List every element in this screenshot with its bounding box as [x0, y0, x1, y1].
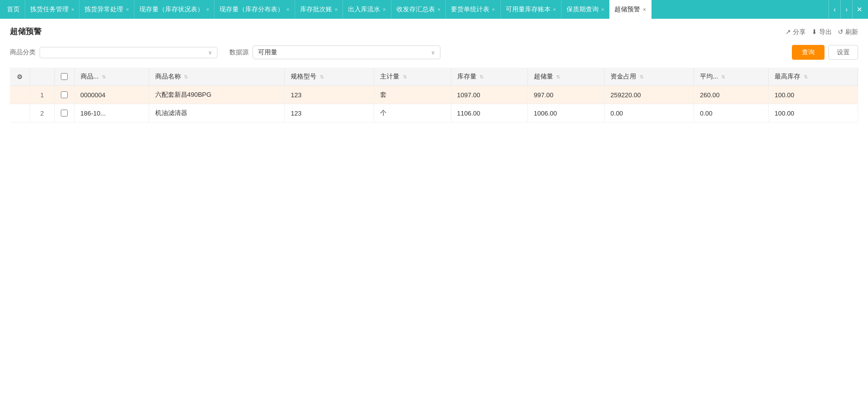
nav-tab-0[interactable]: 首页 [2, 0, 25, 19]
sort-icon-capital: ⇅ [640, 74, 644, 79]
nav-tab-3[interactable]: 现存量（库存状况表）× [134, 0, 215, 19]
nav-prev-button[interactable]: ‹ [828, 0, 840, 19]
nav-tab-4[interactable]: 现存量（库存分布表）× [215, 0, 295, 19]
col-gear[interactable]: ⚙ [10, 68, 30, 86]
category-dropdown-icon: ∨ [208, 49, 212, 56]
row-avg: 260.00 [694, 86, 768, 104]
row-index: 2 [30, 104, 54, 122]
nav-tab-label: 超储预警 [614, 5, 640, 14]
col-index [30, 68, 54, 86]
page-header: 超储预警 ↗ 分享 ⬇ 导出 ↺ 刷新 [10, 27, 858, 37]
col-checkbox[interactable] [54, 68, 74, 86]
nav-tab-close-icon[interactable]: × [383, 6, 386, 12]
row-checkbox[interactable] [61, 110, 68, 117]
col-spec[interactable]: 规格型号 ⇅ [285, 68, 374, 86]
settings-button[interactable]: 设置 [828, 45, 858, 60]
filter-buttons: 查询 设置 [792, 45, 858, 60]
nav-tab-9[interactable]: 可用量库存账本× [501, 0, 562, 19]
nav-tab-close-icon[interactable]: × [601, 6, 604, 12]
nav-tab-8[interactable]: 要货单统计表× [446, 0, 500, 19]
main-content: 超储预警 ↗ 分享 ⬇ 导出 ↺ 刷新 商品分类 ∨ 数据源 [0, 19, 868, 395]
nav-tab-close-icon[interactable]: × [286, 6, 289, 12]
row-overstock: 997.00 [527, 86, 604, 104]
sort-icon-product-name: ⇅ [184, 74, 188, 79]
category-label: 商品分类 [10, 48, 36, 57]
nav-tab-label: 现存量（库存状况表） [139, 5, 204, 14]
sort-icon-stock: ⇅ [479, 74, 483, 79]
category-filter: 商品分类 ∨ [10, 47, 217, 58]
nav-tab-6[interactable]: 出入库流水× [343, 0, 391, 19]
row-spec: 123 [285, 86, 374, 104]
nav-tab-label: 拣货任务管理 [30, 5, 69, 14]
row-checkbox[interactable] [61, 91, 68, 98]
nav-tab-close-icon[interactable]: × [553, 6, 556, 12]
nav-tab-2[interactable]: 拣货异常处理× [80, 0, 134, 19]
datasource-select[interactable]: 可用量 ∨ [253, 45, 440, 59]
page-title: 超储预警 [10, 27, 42, 37]
nav-tab-close-icon[interactable]: × [126, 6, 129, 12]
export-button[interactable]: ⬇ 导出 [812, 28, 832, 37]
row-capital: 0.00 [605, 104, 694, 122]
category-select[interactable]: ∨ [40, 47, 217, 58]
nav-tab-7[interactable]: 收发存汇总表× [391, 0, 446, 19]
refresh-button[interactable]: ↺ 刷新 [838, 28, 858, 37]
datasource-select-value: 可用量 [258, 48, 277, 57]
col-overstock[interactable]: 超储量 ⇅ [527, 68, 604, 86]
nav-tab-close-icon[interactable]: × [437, 6, 440, 12]
nav-tab-11[interactable]: 超储预警× [609, 0, 651, 19]
sort-icon-max-stock: ⇅ [804, 74, 808, 79]
sort-icon-product-code: ⇅ [102, 74, 106, 79]
row-unit: 个 [374, 104, 451, 122]
col-avg[interactable]: 平均... ⇅ [694, 68, 768, 86]
data-table: ⚙ 商品... ⇅ 商品名称 ⇅ 规格型号 ⇅ [10, 68, 858, 122]
row-spec: 123 [285, 104, 374, 122]
nav-tab-label: 要货单统计表 [451, 5, 489, 14]
nav-tab-close-icon[interactable]: × [335, 6, 338, 12]
col-stock[interactable]: 库存量 ⇅ [451, 68, 527, 86]
header-actions: ↗ 分享 ⬇ 导出 ↺ 刷新 [785, 28, 858, 37]
nav-tab-10[interactable]: 保质期查询× [562, 0, 609, 19]
select-all-checkbox[interactable] [61, 73, 68, 80]
share-button[interactable]: ↗ 分享 [785, 28, 806, 37]
share-icon: ↗ [785, 28, 791, 36]
nav-next-button[interactable]: › [840, 0, 852, 19]
datasource-label: 数据源 [229, 48, 249, 57]
row-product-name: 机油滤清器 [149, 104, 285, 122]
nav-tab-close-icon[interactable]: × [206, 6, 209, 12]
query-button[interactable]: 查询 [792, 45, 825, 60]
refresh-icon: ↺ [838, 28, 843, 36]
row-gear-cell [10, 86, 30, 104]
row-avg: 0.00 [694, 104, 768, 122]
col-capital[interactable]: 资金占用 ⇅ [605, 68, 694, 86]
nav-tab-label: 拣货异常处理 [85, 5, 123, 14]
row-checkbox-cell[interactable] [54, 86, 74, 104]
col-product-name[interactable]: 商品名称 ⇅ [149, 68, 285, 86]
top-nav: 首页拣货任务管理×拣货异常处理×现存量（库存状况表）×现存量（库存分布表）×库存… [0, 0, 868, 19]
col-unit[interactable]: 主计量 ⇅ [374, 68, 451, 86]
nav-tab-close-icon[interactable]: × [643, 6, 646, 12]
row-index: 1 [30, 86, 54, 104]
sort-icon-spec: ⇅ [320, 74, 324, 79]
table-header-row: ⚙ 商品... ⇅ 商品名称 ⇅ 规格型号 ⇅ [10, 68, 858, 86]
row-gear-cell [10, 104, 30, 122]
row-capital: 259220.00 [605, 86, 694, 104]
nav-tab-label: 出入库流水 [348, 5, 380, 14]
col-product-code[interactable]: 商品... ⇅ [74, 68, 149, 86]
export-icon: ⬇ [812, 28, 817, 36]
nav-tab-label: 库存批次账 [300, 5, 332, 14]
row-checkbox-cell[interactable] [54, 104, 74, 122]
nav-tab-close-icon[interactable]: × [492, 6, 495, 12]
col-max-stock[interactable]: 最高库存 ⇅ [768, 68, 858, 86]
nav-tab-close-icon[interactable]: × [71, 6, 74, 12]
nav-close-all-button[interactable]: ✕ [852, 0, 866, 19]
row-stock: 1106.00 [451, 104, 527, 122]
row-max-stock: 100.00 [768, 104, 858, 122]
datasource-dropdown-icon: ∨ [431, 49, 435, 56]
sort-icon-overstock: ⇅ [556, 74, 560, 79]
nav-tab-label: 保质期查询 [566, 5, 599, 14]
nav-tab-5[interactable]: 库存批次账× [295, 0, 343, 19]
row-max-stock: 100.00 [768, 86, 858, 104]
row-overstock: 1006.00 [527, 104, 604, 122]
row-stock: 1097.00 [451, 86, 527, 104]
nav-tab-1[interactable]: 拣货任务管理× [25, 0, 80, 19]
